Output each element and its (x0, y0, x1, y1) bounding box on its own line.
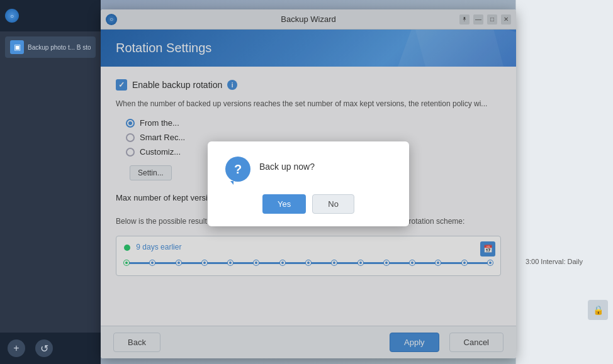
backup-icon: ▣ (14, 43, 21, 52)
add-icon: + (13, 343, 19, 354)
taskbar-item-label: Backup photo t... B storage (28, 44, 91, 51)
synology-logo-icon (5, 9, 19, 23)
bubble-tail (230, 181, 233, 185)
lock-icon: 🔒 (593, 305, 604, 315)
taskbar-top (0, 0, 101, 31)
dialog-yes-button[interactable]: Yes (262, 194, 306, 214)
dialog-no-button[interactable]: No (312, 194, 354, 214)
main-window: Backup Wizard 🖈 — □ ✕ Rotation Settings … (101, 9, 516, 358)
history-button[interactable]: ↺ (35, 339, 53, 357)
right-panel: 🔒 (515, 0, 613, 364)
dialog-content: Back up now? (225, 157, 391, 182)
add-button[interactable]: + (8, 339, 25, 357)
dialog-box: Back up now? Yes No (208, 141, 409, 226)
desktop: ▣ Backup photo t... B storage + ↺ 🔒 3:00… (0, 0, 613, 364)
dialog-message: Back up now? (259, 157, 315, 172)
dialog-buttons: Yes No (225, 194, 391, 214)
dialog-overlay: Back up now? Yes No (101, 9, 516, 358)
taskbar-bottom: + ↺ (0, 333, 101, 364)
history-icon: ↺ (40, 343, 48, 355)
lock-icon-panel: 🔒 (588, 300, 608, 320)
schedule-text: 3:00 Interval: Daily (526, 258, 583, 265)
taskbar: ▣ Backup photo t... B storage + ↺ (0, 0, 101, 364)
dialog-question-icon (225, 157, 250, 182)
taskbar-items: ▣ Backup photo t... B storage (0, 31, 101, 63)
taskbar-backup-icon: ▣ (10, 40, 24, 54)
taskbar-backup-item[interactable]: ▣ Backup photo t... B storage (5, 36, 96, 58)
